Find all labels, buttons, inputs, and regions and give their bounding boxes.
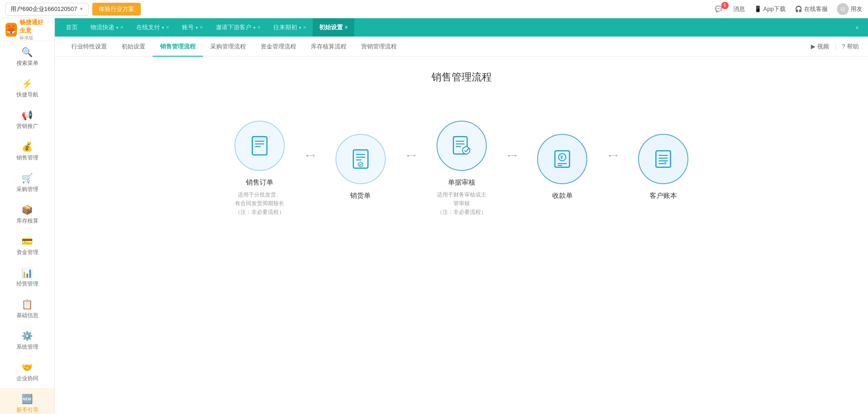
subtab-initsetup-label: 初始设置	[122, 42, 145, 51]
sidebar-item-enterprise-collab[interactable]: 🤝 企业协同	[0, 356, 54, 388]
subtab-industry-feature[interactable]: 行业特性设置	[64, 37, 114, 57]
megaphone-icon: 📢	[21, 110, 33, 121]
sidebar-collab-label: 企业协同	[16, 375, 38, 382]
subtab-purchase-flow[interactable]: 采购管理流程	[203, 37, 253, 57]
sidebar-item-fund[interactable]: 💳 资金管理	[0, 230, 54, 262]
tab-logistics[interactable]: 物流快递 ▾ ×	[84, 18, 130, 37]
chart-icon: 📊	[21, 267, 33, 278]
subtab-inventory-flow[interactable]: 库存核算流程	[304, 37, 354, 57]
sidebar-item-sales[interactable]: 💰 销售管理	[0, 136, 54, 167]
sidebar-item-operations[interactable]: 📊 经营管理	[0, 262, 54, 293]
sidebar-operations-label: 经营管理	[16, 280, 38, 288]
tab-account-close[interactable]: ×	[200, 24, 203, 31]
sidebar-item-system[interactable]: ⚙️ 系统管理	[0, 325, 54, 356]
new-icon: 🆕	[21, 393, 33, 404]
tab-initial-setup[interactable]: 初始设置 ×	[313, 18, 354, 37]
tab-pastinit-close[interactable]: ×	[303, 24, 306, 31]
svg-point-14	[463, 147, 470, 154]
sidebar-item-purchase[interactable]: 🛒 采购管理	[0, 167, 54, 199]
sub-tabs: 行业特性设置 初始设置 销售管理流程 采购管理流程 资金管理流程 库存核算流程 …	[55, 37, 868, 57]
sidebar-search-label: 搜索菜单	[16, 59, 38, 67]
subtab-initial-setup[interactable]: 初始设置	[114, 37, 153, 57]
flow-item-sales-invoice[interactable]: 销货单	[320, 134, 402, 204]
flow-desc-doc-review: 适用于财务审核或主管审核（注：非必要流程）	[437, 191, 486, 217]
flow-label-customer-account: 客户账本	[650, 191, 677, 200]
video-icon: ▶	[811, 43, 815, 50]
video-label: 视频	[817, 42, 829, 51]
page-title: 销售管理流程	[73, 70, 850, 84]
online-service-label: 在线客服	[804, 5, 828, 13]
tab-account-label: 账号	[182, 23, 194, 32]
top-bar-left: 用户690企业1660120507 ▼ 体验行业方案	[5, 3, 141, 16]
logo-sub-text: 标准版	[20, 35, 49, 41]
handshake-icon: 🤝	[21, 362, 33, 373]
sidebar-item-search[interactable]: 🔍 搜索菜单	[0, 41, 54, 73]
download-icon: 📱	[754, 5, 761, 12]
tab-onlinepay-close[interactable]: ×	[166, 24, 169, 31]
subtab-purchaseflow-label: 采购管理流程	[210, 42, 246, 51]
message-badge: 6	[721, 2, 729, 9]
flow-arrow-1: ···→	[301, 150, 320, 160]
tab-past-initial[interactable]: 往来期初 ▾ ×	[267, 18, 313, 37]
video-help-button[interactable]: ▶ 视频	[811, 42, 829, 51]
user-selector[interactable]: 用户690企业1660120507 ▼	[5, 3, 89, 16]
lightning-icon: ⚡	[21, 78, 33, 89]
message-icon-group[interactable]: 💬 6 消息	[715, 5, 745, 13]
sidebar-system-label: 系统管理	[16, 343, 38, 351]
tab-online-pay[interactable]: 在线支付 ▾ ×	[130, 18, 176, 37]
tab-logistics-label: 物流快递	[91, 23, 114, 32]
clipboard-icon: 📋	[21, 299, 33, 310]
app-download-group[interactable]: 📱 App下载	[754, 5, 786, 13]
tab-home[interactable]: 首页	[59, 18, 84, 37]
trial-button[interactable]: 体验行业方案	[92, 3, 141, 16]
tab-initialsetup-close[interactable]: ×	[345, 24, 348, 31]
flow-label-receipt: 收款单	[552, 191, 573, 200]
online-service-group[interactable]: 🎧 在线客服	[795, 5, 828, 13]
sidebar-item-new-guide[interactable]: 🆕 新手引导	[0, 388, 54, 414]
subtab-fund-flow[interactable]: 资金管理流程	[253, 37, 304, 57]
flow-item-sales-order[interactable]: 销售订单 适用于分批发货、有合同发货周期较长（注：非必要流程）	[218, 121, 301, 217]
tab-initialsetup-label: 初始设置	[319, 23, 343, 32]
tab-invite-arrow: ▾	[253, 25, 256, 30]
tab-pastinit-arrow: ▾	[299, 25, 301, 30]
flow-item-customer-account[interactable]: ¥ 客户账本	[622, 134, 704, 204]
tab-home-label: 首页	[66, 23, 78, 32]
flow-circle-sales-order	[234, 121, 285, 171]
user-name: 用友	[851, 5, 863, 13]
help-button[interactable]: ? 帮助	[842, 42, 859, 51]
tab-onlinepay-arrow: ▾	[162, 25, 164, 30]
tab-account[interactable]: 账号 ▾ ×	[176, 18, 209, 37]
card-icon: 💳	[21, 236, 33, 247]
flow-item-doc-review[interactable]: 单据审核 适用于财务审核或主管审核（注：非必要流程）	[421, 121, 503, 217]
user-profile-group[interactable]: U 用友	[837, 3, 863, 15]
top-bar: 用户690企业1660120507 ▼ 体验行业方案 💬 6 消息 📱 App下…	[0, 0, 868, 18]
sidebar-basicinfo-label: 基础信息	[16, 312, 38, 319]
flow-arrow-4: ···→	[603, 150, 622, 160]
sidebar-item-marketing[interactable]: 📢 营销推广	[0, 104, 54, 136]
chevron-down-icon: ▼	[79, 6, 84, 11]
sidebar-logo: 🦊 畅捷通好生意 标准版	[0, 18, 54, 41]
tab-invite-label: 邀请下游客户	[216, 23, 251, 32]
tab-logistics-close[interactable]: ×	[120, 24, 123, 31]
sub-tabs-right: ▶ 视频 | ? 帮助	[811, 42, 859, 51]
tab-invite-downstream[interactable]: 邀请下游客户 ▾ ×	[209, 18, 267, 37]
flow-item-receipt[interactable]: ¥ 收款单	[521, 134, 603, 204]
flow-desc-sales-order: 适用于分批发货、有合同发货周期较长（注：非必要流程）	[235, 191, 284, 217]
gear-icon: ⚙️	[21, 330, 33, 341]
flow-circle-receipt: ¥	[537, 134, 587, 184]
close-all-tabs[interactable]: ×	[851, 24, 863, 31]
subtab-marketing-flow[interactable]: 营销管理流程	[354, 37, 404, 57]
page-content: 销售管理流程 销售订单 适用于分批发货、有合同	[55, 57, 868, 414]
logo-icon: 🦊	[5, 23, 17, 37]
help-label: 帮助	[847, 42, 859, 51]
subtab-sales-flow[interactable]: 销售管理流程	[153, 37, 203, 57]
tab-invite-close[interactable]: ×	[257, 24, 261, 31]
box-icon: 📦	[21, 204, 33, 215]
divider: |	[835, 43, 836, 50]
subtab-salesflow-label: 销售管理流程	[160, 42, 196, 51]
sidebar-item-quick-nav[interactable]: ⚡ 快捷导航	[0, 73, 54, 104]
money-icon: 💰	[21, 141, 33, 152]
subtab-industry-label: 行业特性设置	[71, 42, 107, 51]
sidebar-item-inventory[interactable]: 📦 库存核算	[0, 199, 54, 230]
sidebar-item-basic-info[interactable]: 📋 基础信息	[0, 293, 54, 325]
